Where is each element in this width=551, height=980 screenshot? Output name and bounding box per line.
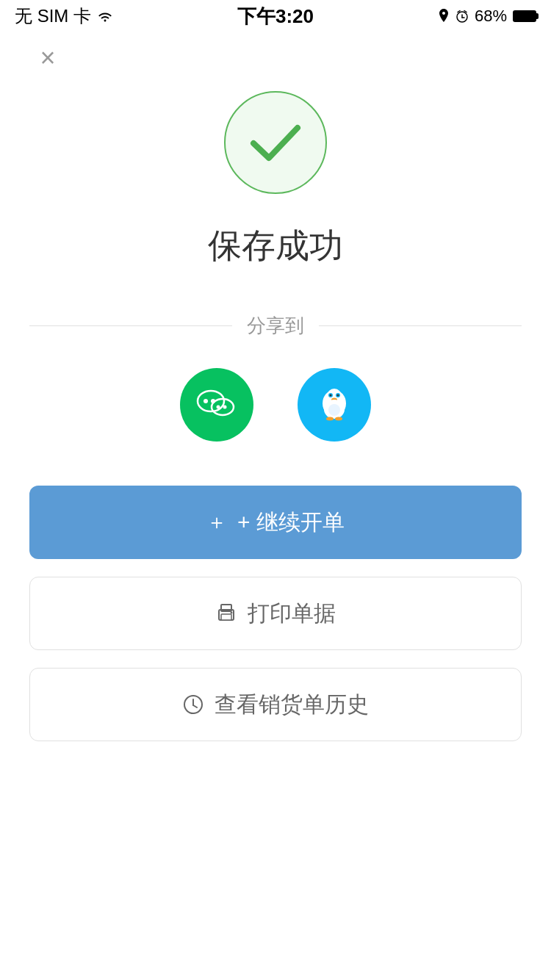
print-label: 打印单据 [248,599,336,629]
checkmark-icon [250,123,301,163]
wechat-icon [196,386,237,423]
status-bar: 无 SIM 卡 下午3:20 68% [0,0,551,32]
action-buttons: ＋ + 继续开单 打印单据 [0,486,551,741]
svg-point-4 [204,399,208,403]
svg-point-7 [217,406,220,409]
svg-point-18 [326,417,334,421]
qq-share-button[interactable] [298,368,371,442]
svg-point-19 [335,417,342,421]
location-icon [438,9,450,24]
continue-label: + 继续开单 [237,508,345,538]
history-label: 查看销货单历史 [215,690,369,720]
no-sim-text: 无 SIM 卡 [15,4,91,28]
battery-icon [513,10,536,22]
history-button[interactable]: 查看销货单历史 [29,668,522,741]
battery-percent: 68% [475,7,507,26]
alarm-icon [455,10,469,23]
print-button[interactable]: 打印单据 [29,577,522,650]
share-icons [29,368,522,442]
main-content: 保存成功 分享到 [0,32,551,741]
share-section: 分享到 [0,313,551,442]
svg-line-26 [193,705,197,707]
continue-button[interactable]: ＋ + 继续开单 [29,486,522,559]
wifi-icon [97,10,113,22]
svg-point-14 [337,394,339,397]
status-right: 68% [438,7,536,26]
clock-icon [182,693,204,716]
close-button[interactable]: × [29,40,66,76]
svg-rect-21 [221,614,231,620]
success-title: 保存成功 [208,223,343,269]
svg-point-17 [328,404,340,416]
close-icon: × [40,45,55,71]
wechat-share-button[interactable] [180,368,253,442]
success-circle [224,91,327,194]
svg-point-13 [330,394,332,397]
status-left: 无 SIM 卡 [15,4,113,28]
printer-icon [215,603,237,624]
qq-icon [315,384,353,425]
status-time: 下午3:20 [237,4,314,29]
svg-point-23 [231,612,233,614]
share-divider: 分享到 [29,313,522,339]
svg-point-8 [223,406,227,409]
share-label: 分享到 [247,313,304,339]
plus-icon: ＋ [206,508,227,536]
